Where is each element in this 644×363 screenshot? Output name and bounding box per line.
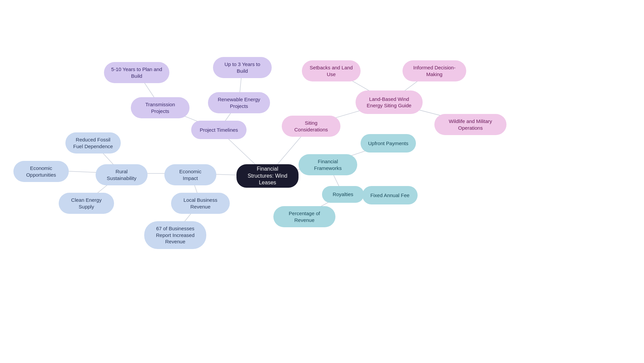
node-percentage_of_revenue[interactable]: Percentage of Revenue xyxy=(273,206,335,227)
node-center[interactable]: Financial Structures: Wind Leases xyxy=(236,164,299,188)
node-businesses_report[interactable]: 67 of Businesses Report Increased Revenu… xyxy=(144,221,206,249)
node-royalties[interactable]: Royalties xyxy=(322,186,364,203)
node-label-center: Financial Structures: Wind Leases xyxy=(243,166,292,186)
node-label-up_to_3_years: Up to 3 Years to Build xyxy=(220,61,265,74)
node-upfront_payments[interactable]: Upfront Payments xyxy=(361,134,416,153)
node-label-wildlife_military: Wildlife and Military Operations xyxy=(441,118,500,131)
node-label-project_timelines: Project Timelines xyxy=(200,127,238,133)
node-land_based_wind[interactable]: Land-Based Wind Energy Siting Guide xyxy=(356,90,423,114)
node-reduced_fossil[interactable]: Reduced Fossil Fuel Dependence xyxy=(65,132,121,154)
node-wildlife_military[interactable]: Wildlife and Military Operations xyxy=(434,114,506,135)
node-label-upfront_payments: Upfront Payments xyxy=(368,140,408,147)
node-setbacks_land_use[interactable]: Setbacks and Land Use xyxy=(302,60,361,81)
node-local_business_revenue[interactable]: Local Business Revenue xyxy=(171,193,230,214)
node-financial_frameworks[interactable]: Financial Frameworks xyxy=(299,154,357,175)
node-label-percentage_of_revenue: Percentage of Revenue xyxy=(280,210,329,223)
node-label-financial_frameworks: Financial Frameworks xyxy=(305,158,351,171)
node-label-businesses_report: 67 of Businesses Report Increased Revenu… xyxy=(151,225,200,245)
node-clean_energy_supply[interactable]: Clean Energy Supply xyxy=(59,193,114,214)
node-project_timelines[interactable]: Project Timelines xyxy=(191,121,247,139)
node-label-siting_considerations: Siting Considerations xyxy=(288,120,334,133)
node-informed_decision[interactable]: Informed Decision-Making xyxy=(402,60,466,81)
node-label-five_ten_years: 5-10 Years to Plan and Build xyxy=(111,66,163,79)
node-fixed_annual_fee[interactable]: Fixed Annual Fee xyxy=(362,186,418,204)
connections-svg xyxy=(0,0,644,363)
node-label-renewable_energy_projects: Renewable Energy Projects xyxy=(215,96,263,109)
node-siting_considerations[interactable]: Siting Considerations xyxy=(282,116,340,137)
node-label-economic_impact: Economic Impact xyxy=(171,168,210,181)
node-five_ten_years[interactable]: 5-10 Years to Plan and Build xyxy=(104,62,169,83)
mindmap-container: Financial Structures: Wind LeasesProject… xyxy=(0,0,644,363)
node-label-rural_sustainability: Rural Sustainability xyxy=(102,168,141,181)
node-label-fixed_annual_fee: Fixed Annual Fee xyxy=(370,192,410,199)
node-renewable_energy_projects[interactable]: Renewable Energy Projects xyxy=(208,92,270,113)
node-label-land_based_wind: Land-Based Wind Energy Siting Guide xyxy=(362,96,416,109)
node-label-reduced_fossil: Reduced Fossil Fuel Dependence xyxy=(72,136,114,149)
node-label-setbacks_land_use: Setbacks and Land Use xyxy=(309,64,354,77)
node-label-transmission_projects: Transmission Projects xyxy=(138,101,183,114)
node-label-local_business_revenue: Local Business Revenue xyxy=(178,197,223,210)
node-transmission_projects[interactable]: Transmission Projects xyxy=(131,97,190,118)
node-label-royalties: Royalties xyxy=(333,191,354,198)
node-economic_opportunities[interactable]: Economic Opportunities xyxy=(13,161,69,182)
node-economic_impact[interactable]: Economic Impact xyxy=(164,164,216,185)
node-label-informed_decision: Informed Decision-Making xyxy=(409,64,460,77)
node-rural_sustainability[interactable]: Rural Sustainability xyxy=(96,164,148,185)
node-label-economic_opportunities: Economic Opportunities xyxy=(20,165,62,178)
node-up_to_3_years[interactable]: Up to 3 Years to Build xyxy=(213,57,272,78)
node-label-clean_energy_supply: Clean Energy Supply xyxy=(65,197,107,210)
